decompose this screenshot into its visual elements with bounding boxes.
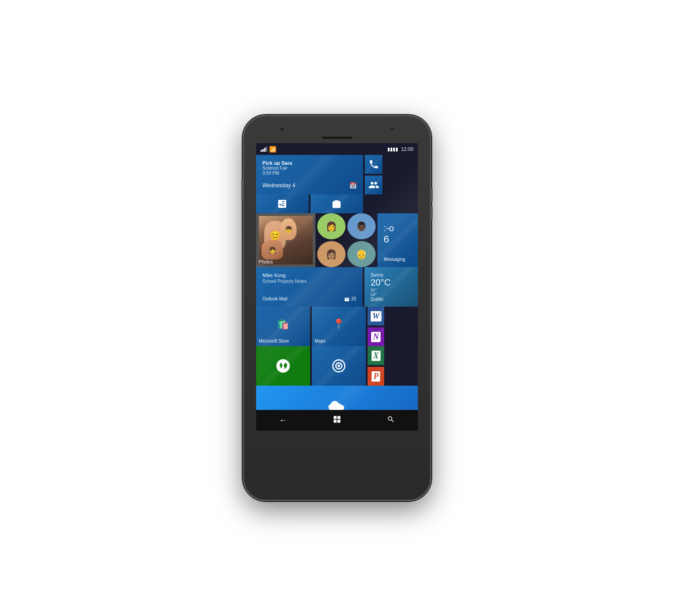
status-left: 📶 (261, 146, 276, 153)
bar4 (266, 147, 267, 152)
tile-onedrive[interactable] (256, 386, 418, 410)
contact-2[interactable]: 👨🏿 (347, 213, 376, 239)
tile-powerpoint[interactable]: P (368, 367, 384, 386)
people-icon (368, 180, 379, 190)
tile-weather[interactable]: Sunny 20°C 31° 19° Dublin (364, 267, 418, 307)
calc-camera-row (256, 194, 363, 213)
mail-count-text: 20 (351, 296, 356, 301)
wifi-icon: 📶 (269, 146, 276, 153)
groove-icon (332, 359, 346, 373)
tile-phone[interactable] (365, 155, 382, 174)
weather-status: Sunny (371, 273, 412, 277)
volume-up-button[interactable] (430, 188, 433, 202)
search-icon (387, 415, 395, 423)
search-button[interactable] (381, 413, 400, 428)
front-camera (280, 127, 284, 132)
tile-maps[interactable]: 📍 Maps (312, 307, 366, 346)
outlook-desc: School Projects Notes (262, 279, 356, 284)
earpiece-speaker (321, 136, 353, 140)
photos-background: 😊 👦 👧 (259, 216, 313, 264)
powerpoint-icon: P (372, 371, 380, 382)
calendar-event-title: Pick up Sara (262, 160, 357, 166)
svg-point-2 (337, 365, 340, 367)
tile-row-1: Pick up Sara Science Fair 3:00 PM Wednes… (256, 155, 418, 194)
calc-icon-wrap (259, 197, 306, 211)
people-icon-wrap (368, 178, 380, 192)
calculator-icon (277, 198, 288, 209)
tile-xbox[interactable] (256, 346, 310, 386)
outlook-content: Mike Kong School Projects Notes Outlook … (259, 270, 360, 304)
contact-2-avatar: 👨🏿 (356, 221, 367, 232)
signal-icon (261, 147, 267, 152)
outlook-name: Mike Kong (262, 273, 356, 278)
messaging-icon: :-o (384, 223, 412, 233)
onenote-icon-wrap: N (370, 330, 381, 343)
outlook-mail-count: 20 (344, 296, 356, 301)
weather-temp: 20°C (371, 277, 412, 288)
tiles-area[interactable]: Pick up Sara Science Fair 3:00 PM Wednes… (256, 155, 418, 410)
xbox-content (259, 349, 307, 383)
contact-3[interactable]: 👩🏽 (317, 241, 346, 267)
face3-emoji: 👧 (269, 246, 276, 254)
photos-label: Photos (259, 260, 273, 264)
tile-people[interactable] (365, 176, 382, 194)
power-button[interactable] (241, 179, 244, 202)
back-button[interactable]: ← (274, 413, 293, 428)
face1-emoji: 😊 (270, 230, 281, 241)
tile-calculator[interactable] (256, 194, 309, 213)
home-button[interactable] (327, 412, 347, 429)
tile-outlook-mail[interactable]: Mike Kong School Projects Notes Outlook … (256, 267, 363, 307)
calendar-event-time: 3:00 PM (262, 171, 357, 176)
calendar-icon: 📅 (349, 182, 357, 189)
bar1 (261, 150, 262, 152)
tile-camera[interactable] (310, 194, 363, 213)
tile-excel[interactable]: X (368, 346, 384, 365)
status-right: ▮▮▮▮ 12:00 (387, 146, 413, 152)
contact-4[interactable]: 👴 (347, 241, 376, 267)
tile-messaging[interactable]: :-o 6 Messaging (377, 213, 418, 267)
contact-1[interactable]: 👩 (317, 213, 346, 239)
tile-store[interactable]: 🛍️ Microsoft Store (256, 307, 310, 346)
bar3 (264, 148, 266, 152)
phone-nav-bar: ← (256, 410, 418, 431)
weather-content: Sunny 20°C 31° 19° Dublin (367, 270, 415, 304)
tile-groove[interactable] (312, 346, 366, 386)
status-bar: 📶 ▮▮▮▮ 12:00 (256, 143, 418, 155)
phone-icon-wrap (368, 158, 380, 171)
messaging-content: :-o 6 Messaging (380, 216, 415, 264)
ppt-icon-wrap: P (370, 370, 381, 383)
windows-icon (333, 415, 341, 424)
tile-row-office-1: 🛍️ Microsoft Store 📍 Maps W (256, 307, 418, 346)
store-bag-icon: 🛍️ (277, 318, 289, 330)
xbox-icon (275, 358, 291, 374)
tile-onenote2[interactable]: N (368, 327, 384, 346)
contact-4-avatar: 👴 (356, 249, 367, 260)
face3: 👧 (262, 240, 283, 260)
excel-icon: X (372, 351, 381, 361)
messaging-label: Messaging (384, 257, 412, 262)
maps-label: Maps (315, 339, 363, 343)
tile-row-outlook: Mike Kong School Projects Notes Outlook … (256, 267, 418, 307)
contacts-grid[interactable]: 👩 👨🏿 👩🏽 👴 (317, 213, 375, 267)
store-label: Microsoft Store (259, 339, 307, 343)
groove-content (315, 349, 363, 383)
bottom-bezel (244, 431, 430, 482)
outlook-mail-row: Outlook Mail 20 (262, 296, 356, 301)
calc-camera-pair (256, 194, 363, 213)
bar2 (262, 149, 264, 152)
onedrive-icon (328, 399, 346, 410)
face2-emoji: 👦 (285, 226, 293, 233)
volume-down-button[interactable] (430, 206, 433, 220)
family-photo-bg: 😊 👦 👧 (259, 216, 313, 264)
tile-word[interactable]: W (368, 307, 384, 326)
tile-photos[interactable]: 😊 👦 👧 Photos (256, 213, 315, 267)
tile-calendar[interactable]: Pick up Sara Science Fair 3:00 PM Wednes… (256, 155, 363, 194)
tile-row-photos: 😊 👦 👧 Photos (256, 213, 418, 267)
phone-people-stack (365, 155, 418, 194)
face2: 👦 (280, 218, 297, 240)
word-icon: W (371, 311, 381, 321)
tile-row-bottom (256, 386, 418, 410)
family-faces: 😊 👦 👧 (259, 216, 313, 264)
excel-icon-wrap: X (370, 349, 381, 362)
excel-ppt-stack: X P (368, 346, 418, 386)
